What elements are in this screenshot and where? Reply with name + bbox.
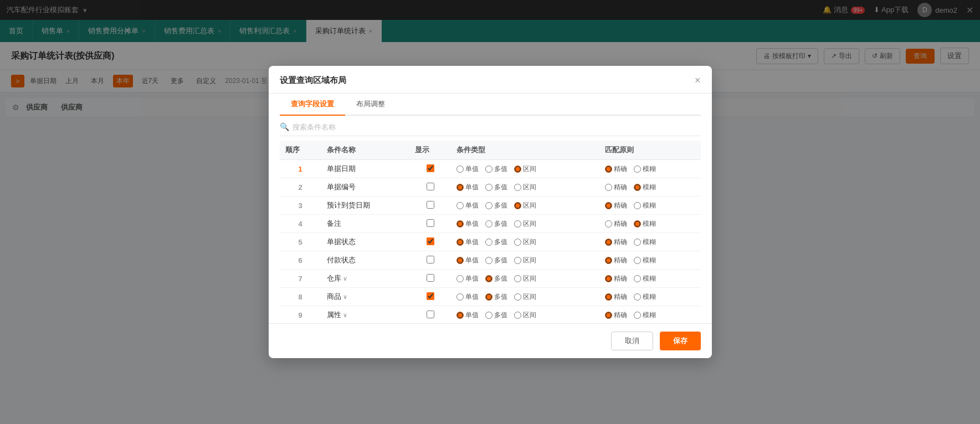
tab-layout-adjust-label: 布局调整 [356,100,385,108]
dialog-header: 设置查询区域布局 × [269,66,712,94]
dialog: 设置查询区域布局 × 查询字段设置 布局调整 🔍 [269,66,712,123]
modal-overlay: 设置查询区域布局 × 查询字段设置 布局调整 🔍 [0,0,980,123]
tab-query-fields-label: 查询字段设置 [291,100,334,108]
tab-layout-adjust[interactable]: 布局调整 [345,94,396,116]
dialog-title: 设置查询区域布局 [280,75,346,86]
dialog-close-button[interactable]: × [695,75,701,86]
search-bar: 🔍 [280,122,701,123]
dialog-tabs: 查询字段设置 布局调整 [280,94,701,116]
search-input[interactable] [293,123,403,123]
tab-query-fields[interactable]: 查询字段设置 [280,94,345,116]
search-icon: 🔍 [280,122,289,123]
dialog-body: 查询字段设置 布局调整 🔍 顺序 条件名称 显示 [269,94,712,123]
